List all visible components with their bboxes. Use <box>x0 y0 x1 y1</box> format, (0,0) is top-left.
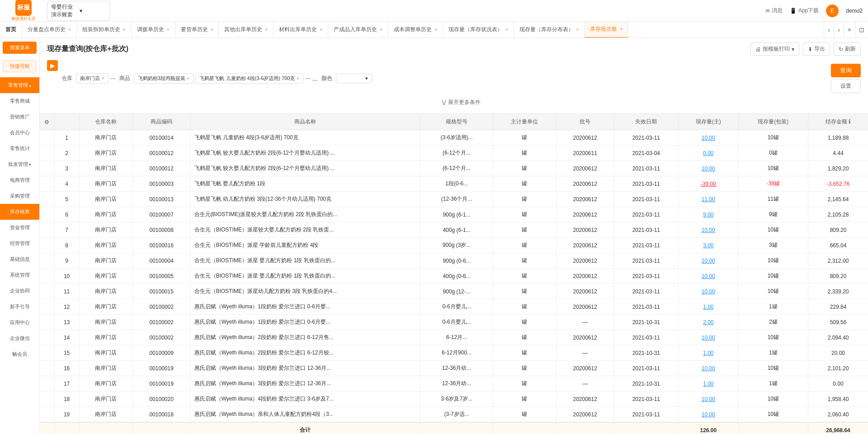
sidebar-item-system[interactable]: 系统管理 <box>0 267 39 283</box>
td-qty-main-0[interactable]: 10.00 <box>679 130 739 146</box>
sidebar-item-new-guide[interactable]: 新手引导 <box>0 299 39 315</box>
settings-btn[interactable]: 设置 <box>831 79 861 93</box>
tab-close-7[interactable]: × <box>380 27 382 32</box>
tab-close-8[interactable]: × <box>434 27 437 32</box>
tab-8[interactable]: 成本调整单历史 × <box>388 22 443 38</box>
color-select[interactable]: ▾ <box>336 74 372 83</box>
sidebar-item-app-center[interactable]: 应用中心 <box>0 315 39 330</box>
th-settings[interactable]: ⚙ <box>40 114 54 130</box>
filter-collapse-btn[interactable]: ▶ <box>47 60 58 71</box>
warehouse-tag-0[interactable]: 南岸门店 × <box>76 73 108 84</box>
quick-nav-btn[interactable]: 快捷导航 <box>3 60 37 72</box>
warehouse-tag-close-0[interactable]: × <box>102 76 104 81</box>
td-qty-main-3[interactable]: -39.00 <box>679 176 739 192</box>
tab-maximize-btn[interactable]: ⊡ <box>855 22 868 38</box>
td-qty-main-8[interactable]: 10.00 <box>679 253 739 269</box>
message-btn[interactable]: ✉ 消息 <box>765 7 783 14</box>
td-qty-pack-11: 1罐 <box>738 299 808 315</box>
td-qty-main-18[interactable]: 10.00 <box>679 407 739 423</box>
product-tag-close-1[interactable]: × <box>297 76 299 81</box>
sidebar-item-wechat[interactable]: 企业微信 <box>0 330 39 346</box>
query-btn[interactable]: 查询 <box>831 64 861 77</box>
tab-home[interactable]: 首页 <box>0 22 22 38</box>
td-qty-main-12[interactable]: 2.00 <box>679 315 739 330</box>
tab-7[interactable]: 产成品入库单历史 × <box>328 22 388 38</box>
sidebar-item-enterprise[interactable]: 企业协同 <box>0 283 39 299</box>
td-settings-13 <box>40 330 54 345</box>
product-tag-close-0[interactable]: × <box>187 76 190 81</box>
td-code-4: 00100013 <box>132 192 190 207</box>
td-qty-main-9[interactable]: 10.00 <box>679 269 739 284</box>
td-qty-main-1[interactable]: 0.00 <box>679 146 739 161</box>
tab-close-6[interactable]: × <box>320 27 322 32</box>
sidebar-item-inventory[interactable]: 库存核算 <box>0 204 39 220</box>
product-tag-1[interactable]: 飞鹤星飞帆 儿童奶粉 4段(3-6岁适用) 700克 × <box>195 73 303 84</box>
td-qty-main-7[interactable]: 3.00 <box>679 238 739 253</box>
td-qty-main-2[interactable]: 10.00 <box>679 161 739 176</box>
sidebar-item-basic-info[interactable]: 基础信息 <box>0 251 39 267</box>
td-qty-main-4[interactable]: 11.00 <box>679 192 739 207</box>
tab-close-4[interactable]: × <box>211 27 213 32</box>
tab-next-btn[interactable]: › <box>834 22 844 38</box>
search-menu-btn[interactable]: 搜索菜单 <box>3 42 37 54</box>
tab-prev-btn[interactable]: ‹ <box>824 22 834 38</box>
warehouse-more-btn[interactable]: ··· <box>110 75 116 82</box>
td-qty-main-11[interactable]: 1.00 <box>679 299 739 315</box>
td-qty-main-13[interactable]: 10.00 <box>679 330 739 345</box>
tab-10[interactable]: 现存量（库存分布表） × <box>514 22 585 38</box>
expand-conditions-btn[interactable]: ⋁ 展开更多条件 <box>442 99 480 106</box>
td-warehouse-2: 南岸门店 <box>79 161 132 176</box>
td-spec-11: 0-6月婴儿... <box>420 299 493 315</box>
tab-3[interactable]: 调拨单历史 × <box>132 22 175 38</box>
td-qty-main-16[interactable]: 1.00 <box>679 376 739 392</box>
td-no-10: 11 <box>54 284 79 299</box>
sidebar-item-retail-stats[interactable]: 零售统计 <box>0 141 39 156</box>
export-btn[interactable]: ⬇ 导出 <box>803 42 830 56</box>
td-qty-pack-8: 10罐 <box>738 253 808 269</box>
template-print-btn[interactable]: 🖨 按模板打印 ▾ <box>750 42 799 56</box>
tab-close-5[interactable]: × <box>265 27 268 32</box>
product-more-btn[interactable]: ··· <box>305 75 311 82</box>
td-qty-main-5[interactable]: 9.00 <box>679 207 739 222</box>
sidebar-item-ecommerce[interactable]: 电商管理 <box>0 172 39 188</box>
sidebar-item-member-center[interactable]: 会员中心 <box>0 125 39 141</box>
tab-close-9[interactable]: × <box>505 27 508 32</box>
td-qty-main-6[interactable]: 10.00 <box>679 222 739 238</box>
tab-close-10[interactable]: × <box>576 27 579 32</box>
tab-6[interactable]: 材料出库单历史 × <box>274 22 328 38</box>
tab-2[interactable]: 组装拆卸单历史 × <box>77 22 132 38</box>
td-qty-main-15[interactable]: 10.00 <box>679 361 739 376</box>
td-qty-main-14[interactable]: 1.00 <box>679 345 739 361</box>
tab-4[interactable]: 要货单历史 × <box>175 22 219 38</box>
sidebar-item-business-mgmt[interactable]: 经营管理 <box>0 236 39 251</box>
td-qty-main-10[interactable]: 10.00 <box>679 284 739 299</box>
td-no-2: 3 <box>54 161 79 176</box>
tab-1[interactable]: 分量盘点单历史 × <box>22 22 77 38</box>
tab-close-3[interactable]: × <box>167 27 170 32</box>
refresh-btn[interactable]: ↻ 刷新 <box>834 42 861 56</box>
sidebar-item-purchase[interactable]: 采购管理 <box>0 188 39 204</box>
sidebar-item-wholesale[interactable]: 批发管理▾ <box>0 156 39 172</box>
table-container[interactable]: ⚙ 仓库名称 商品编码 商品名称 规格型号 主计量单位 批号 失效日期 现存量(… <box>40 114 868 434</box>
sidebar-item-retail-shop[interactable]: 零售商城 <box>0 93 39 109</box>
tab-11[interactable]: 库存批次账 × <box>585 22 628 38</box>
sidebar-item-marketing[interactable]: 营销推广 <box>0 109 39 125</box>
product-tag-0[interactable]: 飞鹤奶粉3段丙瓶提装 × <box>134 73 194 84</box>
sidebar-item-retail-mgmt[interactable]: 零售管理▴ <box>0 77 39 93</box>
product-more-btn2[interactable]: ... <box>312 75 318 82</box>
td-name-3: 飞鹤星飞帆 婴儿配方奶粉 1段 <box>190 176 420 192</box>
user-name[interactable]: demo2 <box>846 8 863 14</box>
td-qty-pack-3: -39罐 <box>738 176 808 192</box>
sidebar-item-changhui[interactable]: 畅会员 <box>0 346 39 362</box>
tab-close-2[interactable]: × <box>123 27 126 32</box>
warehouse-selector[interactable]: 母婴行业演示账套 ▾ <box>47 1 110 21</box>
sidebar-item-finance[interactable]: 资金管理 <box>0 220 39 236</box>
table-row: 19 南岸门店 00100018 惠氏启赋（Wyeth illuma）亲和人体儿… <box>40 407 868 423</box>
td-qty-main-17[interactable]: 10.00 <box>679 392 739 407</box>
tab-5[interactable]: 其他出库单历史 × <box>219 22 274 38</box>
app-download-btn[interactable]: 📱 App下载 <box>790 7 819 14</box>
tab-close-1[interactable]: × <box>68 27 71 32</box>
tab-close-all-btn[interactable]: × <box>844 22 855 38</box>
tab-close-11[interactable]: × <box>620 27 623 32</box>
tab-9[interactable]: 现存量（库存状况表） × <box>443 22 514 38</box>
